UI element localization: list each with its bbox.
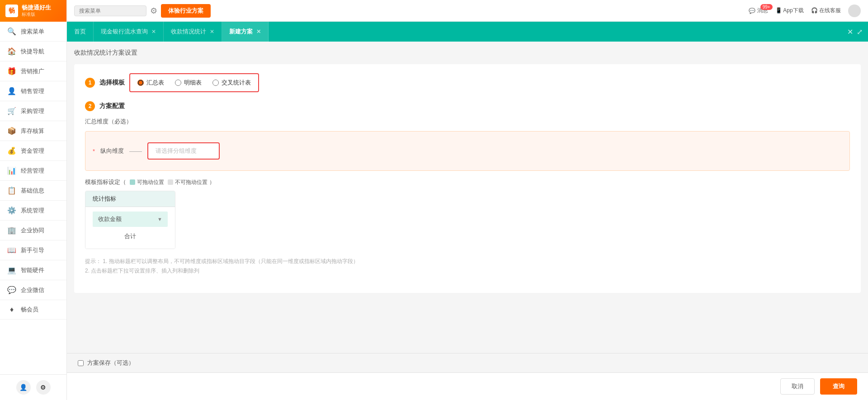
step1-title: 选择模板 (99, 79, 125, 87)
sidebar-item-wechat[interactable]: 💬 企业微信 (0, 280, 66, 300)
sidebar-item-sales[interactable]: 👤 销售管理 (0, 81, 66, 101)
metrics-header-label: 统计指标 (93, 195, 116, 203)
metrics-column-row[interactable]: 收款金额 ▼ (93, 212, 168, 227)
sidebar-item-label: 搜索菜单 (21, 28, 44, 36)
dimension-select-box[interactable]: 请选择分组维度 (147, 142, 220, 160)
search-menu-input[interactable] (74, 5, 146, 16)
dimension-row: * 纵向维度 —— 请选择分组维度 (93, 142, 842, 160)
sidebar-item-operations[interactable]: 📊 经营管理 (0, 161, 66, 181)
sidebar-item-hardware[interactable]: 💻 智能硬件 (0, 260, 66, 280)
no-drag-indicator (168, 179, 173, 185)
content-area: 收款情况统计方案设置 1 选择模板 汇总表 (67, 42, 868, 353)
drag-indicator (130, 179, 135, 185)
sidebar-item-marketing[interactable]: 🎁 营销推广 (0, 61, 66, 81)
sidebar-item-label: 系统管理 (21, 207, 44, 215)
purchase-icon: 🛒 (7, 107, 16, 115)
tab-bar: 首页 现金银行流水查询 ✕ 收款情况统计 ✕ 新建方案 ✕ ✕ ⤢ (67, 22, 868, 42)
sidebar-item-label: 畅会员 (21, 306, 38, 314)
tips-section: 提示： 1. 拖动标题栏可以调整布局，不可跨维度或指标区域拖动目字段（只能在同一… (85, 258, 850, 275)
tab-bank-flow-label: 现金银行流水查询 (101, 28, 148, 36)
radio-detail[interactable]: 明细表 (175, 79, 202, 87)
sidebar-item-quick-nav[interactable]: 🏠 快捷导航 (0, 42, 66, 61)
online-service-label: 在线客服 (819, 7, 841, 14)
query-button[interactable]: 查询 (820, 378, 857, 395)
user-info[interactable] (848, 5, 861, 17)
sidebar-item-basic-info[interactable]: 📋 基础信息 (0, 181, 66, 201)
app-download-link[interactable]: 📱 App下载 (775, 7, 804, 14)
search-menu-icon: 🔍 (7, 27, 16, 36)
sidebar-logo: 畅 畅捷通好生 标准版 (0, 0, 66, 22)
tab-home[interactable]: 首页 (67, 22, 94, 42)
tab-new-plan-label: 新建方案 (229, 28, 253, 36)
tab-new-plan-close[interactable]: ✕ (256, 28, 261, 35)
metrics-header-row: 模板指标设定（ 可拖动位置 不可拖动位置 ） (85, 178, 850, 186)
sales-icon: 👤 (7, 87, 16, 95)
tab-receipt-stats[interactable]: 收款情况统计 ✕ (164, 22, 222, 42)
sidebar-item-member[interactable]: ♦ 畅会员 (0, 300, 66, 320)
metrics-table-body: 收款金额 ▼ 合计 (85, 207, 175, 249)
radio-summary-input[interactable] (137, 80, 144, 86)
hardware-icon: 💻 (7, 266, 16, 274)
step1-number: 1 (85, 78, 95, 88)
sidebar-nav: 🔍 搜索菜单 🏠 快捷导航 🎁 营销推广 👤 销售管理 🛒 采购管理 📦 库存核… (0, 22, 66, 374)
radio-cross-label: 交叉统计表 (222, 79, 251, 87)
save-checkbox-label[interactable]: 方案保存（可选） (78, 359, 134, 367)
radio-detail-label: 明细表 (184, 79, 202, 87)
step2-number: 2 (85, 101, 95, 111)
sidebar-item-label: 营销推广 (21, 67, 44, 75)
radio-detail-input[interactable] (175, 80, 181, 86)
sidebar-item-system[interactable]: ⚙️ 系统管理 (0, 201, 66, 221)
tab-bank-flow[interactable]: 现金银行流水查询 ✕ (94, 22, 164, 42)
sidebar-item-finance[interactable]: 💰 资金管理 (0, 141, 66, 161)
operations-icon: 📊 (7, 166, 16, 175)
tab-actions: ✕ ⤢ (842, 28, 868, 36)
dimension-placeholder: 请选择分组维度 (156, 147, 197, 154)
tab-minimize-icon[interactable]: ✕ (847, 28, 853, 36)
save-checkbox-text: 方案保存（可选） (87, 359, 134, 367)
tip-item-2: 2. 点击标题栏下拉可设置排序、插入列和删除列 (85, 267, 850, 275)
sidebar-item-label: 智能硬件 (21, 266, 44, 274)
metrics-config: 模板指标设定（ 可拖动位置 不可拖动位置 ） (85, 178, 850, 250)
sidebar-item-inventory[interactable]: 📦 库存核算 (0, 121, 66, 141)
radio-summary[interactable]: 汇总表 (137, 79, 164, 87)
metrics-dropdown-arrow[interactable]: ▼ (157, 216, 162, 222)
cancel-button[interactable]: 取消 (780, 378, 815, 395)
tip-item-1: 提示： 1. 拖动标题栏可以调整布局，不可跨维度或指标区域拖动目字段（只能在同一… (85, 258, 850, 265)
sidebar-item-search-menu[interactable]: 🔍 搜索菜单 (0, 22, 66, 42)
guide-icon: 📖 (7, 246, 16, 254)
step1-header: 1 选择模板 汇总表 明细表 (85, 73, 850, 92)
online-service-link[interactable]: 🎧 在线客服 (811, 7, 841, 14)
sidebar-item-label: 企业协同 (21, 226, 44, 235)
sidebar-item-guide[interactable]: 📖 新手引导 (0, 240, 66, 260)
tab-bank-flow-close[interactable]: ✕ (151, 28, 156, 35)
sidebar-item-label: 新手引导 (21, 246, 44, 254)
tab-home-label: 首页 (74, 28, 86, 36)
draggable-label: 可拖动位置 (137, 179, 164, 186)
member-icon: ♦ (7, 306, 16, 314)
sidebar-bottom: 👤 ⚙ (0, 374, 66, 400)
message-badge: 99+ (760, 4, 773, 10)
sidebar-item-enterprise[interactable]: 🏢 企业协同 (0, 221, 66, 240)
tab-new-plan[interactable]: 新建方案 ✕ (222, 22, 269, 42)
gear-icon[interactable]: ⚙ (150, 6, 157, 16)
sidebar-bottom-icon-1[interactable]: 👤 (16, 380, 31, 395)
trial-button[interactable]: 体验行业方案 (161, 4, 211, 18)
system-icon: ⚙️ (7, 206, 16, 215)
logo-icon: 畅 (5, 5, 18, 17)
message-button[interactable]: 💬 消息 99+ (749, 7, 768, 14)
metrics-row-name: 合计 (124, 233, 136, 240)
sidebar: 畅 畅捷通好生 标准版 🔍 搜索菜单 🏠 快捷导航 🎁 营销推广 👤 销售管理 … (0, 0, 67, 400)
save-checkbox-input[interactable] (78, 360, 84, 366)
dimension-row-label: 纵向维度 (100, 147, 124, 155)
metrics-column-name: 收款金额 (98, 215, 122, 223)
quick-nav-icon: 🏠 (7, 47, 16, 56)
sidebar-item-label: 库存核算 (21, 127, 44, 135)
tab-expand-icon[interactable]: ⤢ (857, 28, 863, 36)
metrics-row-total: 合计 (93, 229, 168, 244)
metrics-table-area: 统计指标 收款金额 ▼ 合计 (85, 191, 175, 249)
sidebar-item-purchase[interactable]: 🛒 采购管理 (0, 101, 66, 121)
tab-receipt-stats-close[interactable]: ✕ (210, 28, 214, 35)
sidebar-bottom-icon-2[interactable]: ⚙ (36, 380, 51, 395)
radio-cross-input[interactable] (212, 80, 219, 86)
radio-cross[interactable]: 交叉统计表 (212, 79, 251, 87)
